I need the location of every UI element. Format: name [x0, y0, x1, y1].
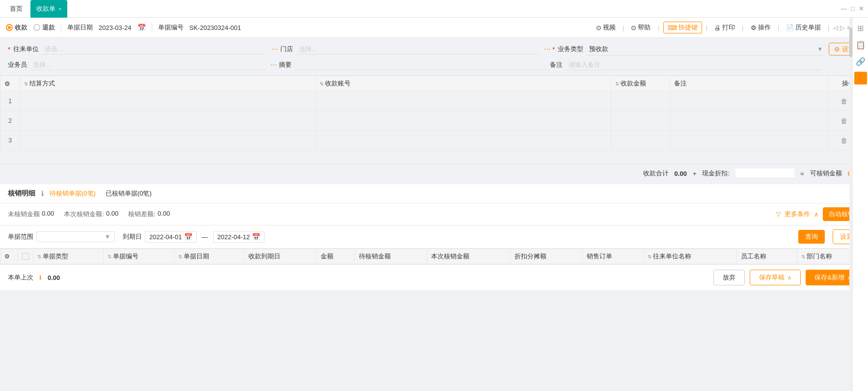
biz-arrow: ▼ [815, 46, 825, 53]
bt-col-doc-date: ⇅ 单据日期 [174, 249, 244, 264]
current-value: 0.00 [106, 210, 118, 219]
scrollbar-thumb[interactable] [849, 28, 852, 57]
calendar-to-icon[interactable]: 📅 [252, 233, 260, 241]
row-2-amount[interactable] [611, 111, 670, 131]
tab-home[interactable]: 首页 [4, 0, 28, 18]
row-2-account[interactable] [315, 111, 611, 131]
sidebar-link-icon[interactable]: 🔗 [854, 55, 867, 68]
row-2-delete-icon[interactable]: 🗑 [841, 117, 847, 125]
diff-amount: 核销差额: 0.00 [128, 210, 170, 219]
minimize-icon[interactable]: — [841, 5, 847, 12]
discard-button[interactable]: 放弃 [713, 270, 745, 285]
save-draft-label: 保存草稿 [759, 273, 785, 282]
bt-col-doc-number: ⇅ 单据编号 [104, 249, 174, 264]
shop-input[interactable] [296, 44, 539, 55]
row-1-account[interactable] [315, 91, 611, 111]
shop-more-icon[interactable]: ··· [542, 45, 552, 54]
close-icon[interactable]: ✕ [859, 5, 864, 12]
footer-info-icon[interactable]: ℹ [39, 274, 42, 281]
row-2-remark[interactable] [670, 111, 828, 131]
remark-label: 备注 [550, 60, 563, 69]
remark-input[interactable] [566, 59, 821, 70]
partner-more-icon[interactable]: ··· [270, 45, 280, 54]
row-3-remark[interactable] [670, 131, 828, 150]
row-3-amount[interactable] [611, 131, 670, 150]
tab-close-icon[interactable]: × [58, 6, 61, 12]
sidebar-expand-icon[interactable]: ◻ [854, 72, 867, 84]
partner-input[interactable] [42, 44, 267, 55]
done-tab[interactable]: 已核销单据(0笔) [106, 189, 152, 198]
calendar-icon[interactable]: 📅 [137, 24, 146, 31]
toolbar-right: ⊙ 视频 | ⊙ 帮助 | ⌨ 快捷键 | 🖨 打印 | [593, 22, 862, 33]
history-icon: 📄 [786, 24, 794, 31]
verify-title: 核销明细 [8, 189, 35, 198]
biz-select[interactable]: 预收款 ▼ [586, 43, 825, 56]
gear-icon: ⚙ [834, 46, 840, 53]
diff-label: 核销差额: [128, 210, 156, 219]
prev-icon[interactable]: ◁ [833, 24, 838, 31]
diff-value: 0.00 [158, 210, 170, 219]
summary-input[interactable] [295, 59, 550, 70]
unchecked-value: 0.00 [42, 210, 54, 219]
save-draft-button[interactable]: 保存草稿 ∧ [750, 270, 801, 285]
separator-2 [152, 23, 152, 32]
radio-receive[interactable]: 收款 [6, 23, 27, 32]
verify-info-icon[interactable]: ℹ [41, 190, 44, 197]
next-icon[interactable]: ▷ [840, 24, 845, 31]
plus-sign: + [693, 170, 697, 177]
filter-icon: ▽ [776, 211, 781, 218]
form-row-1: * 往来单位 ··· 门店 ··· * 业务类型 预收款 ▼ [8, 43, 860, 56]
staff-input[interactable] [30, 59, 266, 70]
row-1-settlement[interactable] [20, 91, 316, 111]
calendar-from-icon[interactable]: 📅 [184, 233, 192, 241]
row-3-account[interactable] [315, 131, 611, 150]
query-button[interactable]: 查询 [798, 230, 825, 244]
row-1-amount[interactable] [611, 91, 670, 111]
help-btn[interactable]: ⊙ 帮助 [628, 22, 653, 33]
more-conditions[interactable]: 更多条件 [785, 210, 810, 219]
bt-col-staff-name: 员工名称 [736, 249, 797, 264]
unchecked-label: 未核销金额 [8, 210, 40, 219]
tab-current[interactable]: 收款单 × [30, 0, 67, 18]
bt-col-sales-order: 销售订单 [582, 249, 643, 264]
date-dash: — [200, 233, 210, 241]
row-1-remark[interactable] [670, 91, 828, 111]
operate-btn[interactable]: ⚙ 操作 [748, 22, 774, 33]
sidebar-table-icon[interactable]: ⊞ [854, 22, 867, 34]
row-3-settlement[interactable] [20, 131, 316, 150]
shortcut-btn[interactable]: ⌨ 快捷键 [663, 22, 702, 33]
pending-tab[interactable]: 待核销单据(0笔) [50, 189, 96, 198]
range-select[interactable]: ▼ [36, 231, 115, 242]
discount-label: 现金折扣: [702, 169, 730, 178]
total-label: 收款合计 [643, 169, 669, 178]
video-icon: ⊙ [596, 24, 601, 31]
video-btn[interactable]: ⊙ 视频 [593, 22, 619, 33]
current-label: 本次核销金额: [64, 210, 104, 219]
separator-1 [61, 23, 61, 32]
number-label: 单据编号 [158, 23, 184, 32]
bt-col-gear[interactable]: ⚙ [0, 249, 18, 264]
remark-field: 备注 [550, 59, 821, 70]
row-1-delete-icon[interactable]: 🗑 [841, 97, 847, 105]
radio-receive-dot [6, 24, 13, 31]
discount-input[interactable] [735, 168, 794, 178]
select-all-checkbox[interactable] [22, 253, 29, 260]
row-2-settlement[interactable] [20, 111, 316, 131]
tab-home-label: 首页 [10, 4, 23, 13]
table-header-row: ⚙ ⇅ 结算方式 ⇅ 收款账号 [0, 76, 868, 91]
print-btn[interactable]: 🖨 打印 [711, 22, 738, 33]
table-row: 3 🗑 ⊕ [0, 131, 868, 150]
range-label: 单据范围 [8, 232, 33, 241]
maximize-icon[interactable]: □ [851, 5, 855, 12]
staff-more-icon[interactable]: ··· [269, 60, 279, 69]
sidebar-doc-icon[interactable]: 📋 [854, 38, 867, 51]
radio-return[interactable]: 退款 [33, 23, 55, 32]
row-3-delete-icon[interactable]: 🗑 [841, 137, 847, 144]
bt-col-amount: 金额 [317, 249, 354, 264]
table-row: 2 🗑 ⊕ [0, 111, 868, 131]
history-btn[interactable]: 📄 历史单据 [783, 22, 824, 33]
col-gear[interactable]: ⚙ [0, 76, 20, 91]
footer: 本单上次 ℹ 0.00 放弃 保存草稿 ∧ 保存&新增 ∧ [0, 264, 868, 290]
radio-receive-label: 收款 [15, 23, 27, 32]
bottom-table: ⚙ ⇅ 单据类型 [0, 249, 868, 264]
